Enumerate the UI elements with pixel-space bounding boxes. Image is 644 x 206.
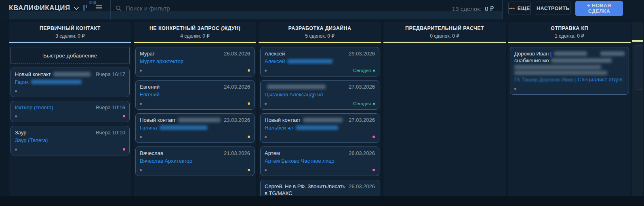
deal-contact-link[interactable]: ГК Ташир Дорохов Иван | Специалист отдел <box>514 76 625 83</box>
deal-title <box>265 83 345 90</box>
topbar: КВАЛИФИКАЦИЯ вид Поиск и фильтр 13 сдело… <box>0 0 644 19</box>
status-badge: Сегодня <box>353 68 375 73</box>
deal-card[interactable]: ЗаурВчера 10:10Заур (Телега) <box>11 126 130 155</box>
deal-date: 29.03.2026 <box>349 50 375 57</box>
deal-card-footer <box>140 134 250 139</box>
more-button[interactable]: ••• ЕЩЕ <box>508 2 531 15</box>
deal-contact-link[interactable]: Вячеслав Архитектор <box>140 157 250 165</box>
deal-contact-link[interactable]: Заур (Телега) <box>15 136 125 144</box>
column-header: НЕ КОНКРЕТНЫЙ ЗАПРОС (ЖДУН)4 сделки: 0 ₽ <box>134 22 256 43</box>
deal-card-header: 27.03.2026 <box>265 83 375 90</box>
redacted-title <box>551 58 612 63</box>
deal-card-header: Новый контактВчера 16:17 <box>15 71 125 78</box>
more-dots-icon: ••• <box>509 6 515 11</box>
deal-contact-link[interactable]: Артем Быково Частное лицо <box>265 157 375 165</box>
deal-card-footer <box>514 86 625 91</box>
kanban-view-icon[interactable] <box>83 5 87 11</box>
pipeline-column: ПЕРВИЧНЫЙ КОНТАКТ3 сделки: 0 ₽Быстрое до… <box>9 22 131 196</box>
note-dot-icon <box>514 88 516 90</box>
deal-card[interactable]: Евгений24.03.2026Евгений <box>135 80 255 110</box>
deal-card-header: Ихтиер (телега)Вчера 10:16 <box>15 104 125 111</box>
deal-date: 26.03.2026 <box>224 50 250 57</box>
new-deal-button[interactable]: + НОВАЯ СДЕЛКА <box>575 1 623 16</box>
deal-title: Заур <box>15 129 93 136</box>
deal-card[interactable]: Алексей29.03.2026АлексейСегодня <box>260 47 379 76</box>
deal-contact-link[interactable]: Галина <box>140 124 250 132</box>
status-dot-icon <box>248 102 250 105</box>
redacted-title <box>303 118 343 122</box>
deal-title: Вячеслав <box>140 150 221 157</box>
column-title: ПРЕДВАРИТЕЛЬНЫЙ РАСЧЕТ <box>383 25 506 31</box>
list-view-icon[interactable] <box>96 5 102 9</box>
deal-card[interactable]: 27.03.2026Цыганков Александр члСегодня <box>260 80 379 110</box>
pipeline-selector[interactable]: КВАЛИФИКАЦИЯ <box>9 4 79 12</box>
deal-contact-link[interactable]: Цыганков Александр чл <box>265 91 375 98</box>
search-icon <box>116 5 122 11</box>
deal-contact-link[interactable]: Мурат архитектор <box>140 57 250 65</box>
next-column-spacer <box>632 22 643 40</box>
settings-button[interactable]: НАСТРОИТЬ <box>536 2 570 15</box>
kanban-board: ПЕРВИЧНЫЙ КОНТАКТ3 сделки: 0 ₽Быстрое до… <box>0 19 644 196</box>
deal-card-header: Артем26.03.2026 <box>265 150 375 157</box>
column-cards: Быстрое добавлениеНовый контактВчера 16:… <box>9 43 131 159</box>
deal-date: 21.03.2026 <box>224 150 250 157</box>
column-title: ПЕРВИЧНЫЙ КОНТАКТ <box>9 25 131 31</box>
deal-title: снабжения мо <box>514 57 625 64</box>
deal-contact-link[interactable]: Ихтиер (телега) <box>15 104 93 111</box>
deal-title: Новый контакт <box>140 117 221 123</box>
column-title: ОТПРАВКА КП <box>508 25 631 31</box>
deal-card-header: Вячеслав21.03.2026 <box>140 150 250 157</box>
next-column-peek <box>632 22 643 196</box>
deal-card[interactable]: Сергей. Не в РФ. Звонить/писать в TG/МАК… <box>260 180 379 196</box>
deal-date: 26.03.2026 <box>349 150 375 157</box>
deal-contact-link[interactable]: Евгений <box>140 91 250 98</box>
deal-card[interactable]: Артем26.03.2026Артем Быково Частное лицо <box>260 147 379 176</box>
redacted-title <box>267 85 326 89</box>
pipeline-title: КВАЛИФИКАЦИЯ <box>9 4 70 12</box>
crm-kanban-app: КВАЛИФИКАЦИЯ вид Поиск и фильтр 13 сдело… <box>0 0 644 206</box>
deal-title: Дорохов Иван | <box>514 50 597 57</box>
deal-card-footer <box>265 134 375 139</box>
deal-card[interactable]: Новый контактВчера 16:17Гарик <box>11 68 130 97</box>
column-accent-bar <box>632 40 643 42</box>
status-dot-icon <box>373 169 375 171</box>
status-dot-icon <box>248 169 250 171</box>
status-dot-icon <box>373 70 375 72</box>
deal-card-header: Новый контакт23.03.2026 <box>140 117 250 123</box>
deal-card[interactable]: Новый контакт23.03.2026Галина <box>135 113 255 143</box>
status-badge <box>123 148 125 151</box>
column-cards <box>383 43 506 50</box>
deal-date: 26.03.2026 <box>349 183 375 190</box>
redacted-date <box>600 51 625 56</box>
deal-title: Сергей. Не в РФ. Звонить/писать в TG/МАК… <box>265 183 345 196</box>
column-title: НЕ КОНКРЕТНЫЙ ЗАПРОС (ЖДУН) <box>134 25 256 31</box>
note-dot-icon <box>140 103 142 105</box>
redacted-title <box>178 118 221 122</box>
search-input[interactable]: Поиск и фильтр <box>116 3 398 13</box>
note-dot-icon <box>15 90 17 92</box>
status-badge <box>373 136 375 138</box>
deal-title: Евгений <box>140 83 221 90</box>
redacted-line <box>514 65 601 69</box>
deal-card-footer <box>140 168 250 172</box>
quick-add-button[interactable]: Быстрое добавление <box>11 47 130 64</box>
deal-date: 27.03.2026 <box>349 83 375 90</box>
deal-card[interactable]: Вячеслав21.03.2026Вячеслав Архитектор <box>135 147 255 176</box>
deal-date: 24.03.2026 <box>224 83 250 90</box>
deal-card[interactable]: Ихтиер (телега)Вчера 10:16 <box>11 101 130 122</box>
deal-date: Вчера 10:10 <box>96 129 125 136</box>
deal-date: Вчера 10:16 <box>96 104 125 111</box>
deal-title: Мурат <box>140 50 221 57</box>
redacted-line <box>514 71 607 75</box>
deal-contact-link[interactable]: Нальбей чл <box>265 124 375 132</box>
deal-card[interactable]: Дорохов Иван |снабжения моГК Ташир Дорох… <box>510 47 629 95</box>
deal-card[interactable]: Новый контакт27.03.2026Нальбей чл <box>260 113 379 143</box>
topbar-divider <box>502 0 503 19</box>
deal-contact-link[interactable]: Алексей <box>265 57 375 65</box>
deal-contact-link[interactable]: Гарик <box>15 78 125 86</box>
redacted-link-prefix: ГК Ташир Дорохов Иван | <box>514 76 578 83</box>
pipeline-column: ПРЕДВАРИТЕЛЬНЫЙ РАСЧЕТ0 сделок: 0 ₽ <box>383 22 506 196</box>
column-count: 1 сделка: 0 ₽ <box>508 33 631 39</box>
deal-card[interactable]: Мурат26.03.2026Мурат архитектор <box>135 47 255 76</box>
deal-card-footer <box>140 68 250 73</box>
